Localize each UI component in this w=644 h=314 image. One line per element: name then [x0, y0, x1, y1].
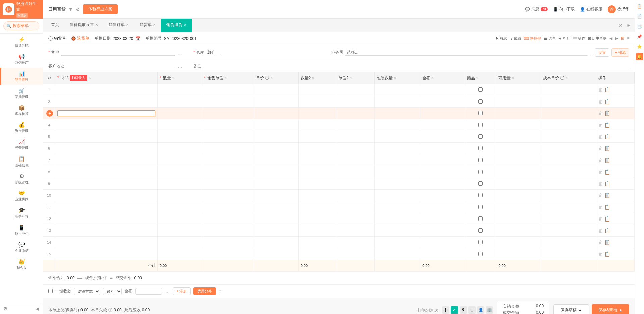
address-input[interactable] — [66, 63, 175, 69]
col-config[interactable]: ⚙ — [43, 72, 55, 84]
app-download-btn[interactable]: 📱 App下载 — [553, 6, 575, 12]
del-5[interactable]: 🗑 — [598, 134, 603, 139]
copy-11[interactable]: 📋 — [604, 204, 610, 210]
copy-8[interactable]: 📋 — [604, 169, 610, 175]
cost-cell-2[interactable] — [541, 96, 596, 108]
sales-bill-radio[interactable]: 销货单 — [48, 36, 66, 41]
del-14[interactable]: 🗑 — [598, 240, 603, 245]
del-10[interactable]: 🗑 — [598, 193, 603, 198]
tab-close-current-icon[interactable]: ✕ — [617, 21, 624, 29]
config-icon[interactable]: ⚙ — [47, 76, 51, 80]
payment-dots[interactable]: … — [165, 289, 170, 294]
right-panel-btn-6[interactable]: 🔔 — [636, 53, 643, 60]
save-chevron[interactable]: ▲ — [619, 308, 623, 312]
right-panel-btn-3[interactable]: 📑 — [636, 23, 643, 30]
goods-input-active[interactable] — [57, 110, 155, 116]
user-area[interactable]: 徐 徐泽华 — [608, 5, 629, 13]
staff-input[interactable] — [345, 49, 587, 56]
sidebar-item-purchase[interactable]: 🛒 采购管理 — [0, 85, 43, 102]
save-draft-btn[interactable]: 保存草稿 ▲ — [553, 304, 589, 314]
del-6[interactable]: 🗑 — [598, 146, 603, 151]
unit2-cell-1[interactable] — [336, 84, 375, 96]
tab-close-return[interactable]: ✕ — [184, 23, 186, 27]
sidebar-item-quick-nav[interactable]: ⚡ 快捷导航 — [0, 34, 43, 51]
warehouse-dots-btn[interactable]: … — [218, 50, 223, 55]
sidebar-item-system[interactable]: ⚙ 系统管理 — [0, 170, 43, 187]
sidebar-item-inventory[interactable]: 📦 库存核算 — [0, 102, 43, 119]
add-payment-btn[interactable]: + 添加 — [173, 287, 191, 295]
payment-amount-input[interactable] — [135, 288, 162, 295]
help-btn[interactable]: ? 帮助 — [510, 36, 521, 41]
qty-cell-1[interactable] — [157, 84, 202, 96]
debt-info-icon[interactable]: ⓘ — [108, 307, 112, 313]
del-9[interactable]: 🗑 — [598, 181, 603, 186]
available-cell-2[interactable] — [496, 96, 541, 108]
topbar-settings-icon[interactable]: ▼ — [68, 7, 73, 12]
copy-icon-2[interactable]: 📋 — [604, 99, 610, 104]
message-btn[interactable]: 💬 消息 70 — [525, 6, 548, 12]
unit-sort-icon[interactable]: ⇅ — [224, 76, 227, 80]
amount-cell-3-active[interactable] — [420, 108, 465, 119]
address-dots-btn[interactable]: … — [178, 64, 182, 69]
copy-15[interactable]: 📋 — [604, 251, 610, 257]
sidebar-item-member[interactable]: 👑 畅会员 — [0, 256, 43, 273]
qty2-cell-3-active[interactable] — [298, 108, 336, 119]
copy-icon-3[interactable]: 📋 — [604, 111, 610, 116]
unit-cell-1[interactable] — [202, 84, 254, 96]
history-btn[interactable]: ⊞ 历史单据 — [588, 36, 607, 41]
save-new-btn[interactable]: 保存&新增 ▲ — [592, 304, 629, 314]
tab-close-bill[interactable]: ✕ — [153, 23, 156, 27]
del-8[interactable]: 🗑 — [598, 169, 603, 175]
payment-help-icon[interactable]: ? — [219, 289, 221, 294]
copy-7[interactable]: 📋 — [604, 158, 610, 163]
del-7[interactable]: 🗑 — [598, 158, 603, 163]
del-11[interactable]: 🗑 — [598, 204, 603, 210]
sidebar-item-app-center[interactable]: 📱 应用中心 — [0, 222, 43, 239]
cost-cell-3-active[interactable] — [541, 108, 596, 119]
unit-cell-2[interactable] — [202, 96, 254, 108]
copy-4[interactable]: 📋 — [604, 122, 610, 128]
add-row-btn[interactable]: + — [46, 110, 53, 117]
qty2-cell-1[interactable] — [298, 84, 336, 96]
unit2-sort-icon[interactable]: ⇅ — [350, 76, 353, 80]
available-cell-1[interactable] — [496, 84, 541, 96]
calc-method-select[interactable]: 结算方式 — [74, 288, 100, 295]
tab-sales-order[interactable]: 销售订单 ✕ — [103, 19, 134, 32]
right-panel-btn-4[interactable]: 📌 — [636, 33, 643, 40]
one-click-checkbox[interactable] — [48, 289, 53, 293]
amount-cell-2[interactable] — [420, 96, 465, 108]
toolbar-icon-4[interactable]: ⊞ — [468, 306, 476, 314]
delete-icon-2[interactable]: 🗑 — [598, 99, 603, 104]
tab-close-order[interactable]: ✕ — [126, 23, 129, 27]
copy-9[interactable]: 📋 — [604, 181, 610, 186]
unit2-cell-3-active[interactable] — [336, 108, 375, 119]
delete-icon-1[interactable]: 🗑 — [598, 87, 603, 92]
next-record-icon[interactable]: ▶ — [615, 36, 618, 41]
logistics-button[interactable]: + 物流 — [611, 48, 629, 57]
tab-sales-bill[interactable]: 销货单 ✕ — [134, 19, 161, 32]
sidebar-item-basic-info[interactable]: 📋 基础信息 — [0, 153, 43, 170]
right-panel-btn-1[interactable]: 📋 — [636, 3, 643, 10]
price-cell-1[interactable] — [254, 84, 299, 96]
del-4[interactable]: 🗑 — [598, 122, 603, 128]
tab-home[interactable]: 首页 — [46, 19, 64, 32]
available-cell-3-active[interactable] — [496, 108, 541, 119]
available-sort-icon[interactable]: ⇅ — [512, 76, 514, 80]
sidebar-item-marketing[interactable]: 📢 营销推广 — [0, 51, 43, 68]
toolbar-icon-5[interactable]: 👤 — [477, 306, 484, 314]
select-btn[interactable]: ☰ 选单 — [544, 36, 556, 41]
settings-button[interactable]: 设置 — [595, 48, 609, 57]
remark-input[interactable] — [203, 63, 629, 69]
qty-cell-2[interactable] — [157, 96, 202, 108]
pkg-sort-icon[interactable]: ⇅ — [394, 76, 396, 80]
pkg-cell-3-active[interactable] — [374, 108, 420, 119]
del-15[interactable]: 🗑 — [598, 251, 603, 257]
copy-icon-1[interactable]: 📋 — [604, 87, 610, 92]
operation-btn[interactable]: ▤ 操作 — [573, 36, 585, 41]
staff-dots-btn[interactable]: … — [590, 50, 595, 55]
sidebar-item-sales[interactable]: 📊 销售管理 — [0, 68, 43, 85]
collapse-icon[interactable]: ◀ — [36, 306, 39, 311]
scan-input-btn[interactable]: 扫码录入 — [70, 75, 87, 81]
right-panel-btn-5[interactable]: ⭐ — [636, 43, 643, 50]
delete-icon-3[interactable]: 🗑 — [598, 111, 603, 116]
